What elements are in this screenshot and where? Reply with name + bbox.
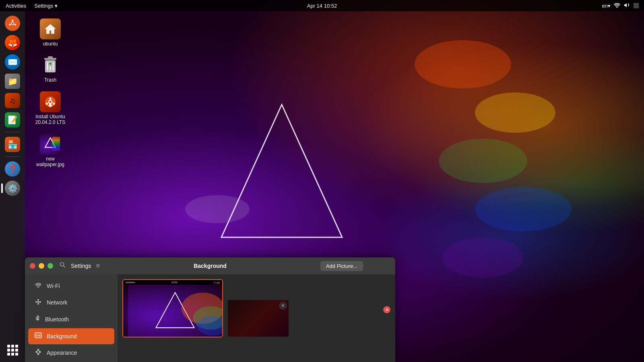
wallpaper-delete-button[interactable]: ✕	[279, 302, 287, 310]
dock-item-firefox[interactable]: 🦊	[4, 34, 21, 51]
svg-rect-33	[37, 299, 39, 300]
dock-item-help[interactable]: ❓	[4, 160, 21, 178]
dock-item-ubuntu[interactable]	[4, 14, 21, 32]
desktop-icons: ubuntu Trash	[32, 16, 68, 170]
topbar-left: Activities Settings ▾	[0, 2, 60, 10]
settings-title-area: Settings ≡	[58, 260, 101, 272]
mini-activities-label: Activities	[126, 281, 135, 284]
svg-rect-17	[48, 56, 53, 58]
add-picture-button[interactable]: Add Picture...	[320, 261, 363, 271]
settings-body: Wi-Fi	[25, 274, 395, 362]
svg-point-25	[53, 103, 55, 105]
desktop-icon-new-wallpaper-label: new wallpaper.jpg	[36, 156, 64, 168]
dock: 🦊 ✉️ 📁 ♫ 📝 🏪 ❓ ⚙️	[0, 11, 25, 362]
svg-point-11	[14, 24, 16, 26]
topbar: Activities Settings ▾ Apr 14 10:52 en▾	[0, 0, 644, 11]
settings-menu-button[interactable]: Settings ▾	[32, 2, 60, 10]
settings-nav-wifi[interactable]: Wi-Fi	[28, 278, 114, 294]
mini-status-icons: ▽◁⊡	[214, 281, 220, 284]
settings-hamburger-button[interactable]: ≡	[95, 261, 101, 271]
bluetooth-nav-icon	[35, 315, 40, 324]
settings-menu-label: Settings	[34, 3, 53, 9]
wifi-status-icon	[614, 2, 620, 9]
svg-rect-43	[35, 333, 41, 338]
settings-nav-bluetooth[interactable]: Bluetooth	[28, 311, 114, 328]
settings-window: Settings ≡ Background Add Picture... ✕	[25, 257, 395, 362]
svg-point-47	[37, 353, 39, 355]
svg-point-31	[60, 263, 64, 266]
settings-page-title: Background	[194, 263, 227, 269]
waffle-icon	[5, 342, 20, 358]
dock-item-thunderbird[interactable]: ✉️	[4, 53, 21, 71]
settings-menu-arrow: ▾	[55, 3, 58, 9]
appearance-nav-icon	[35, 349, 42, 357]
svg-line-14	[10, 24, 11, 24]
settings-content: Activities 10:52 ▽◁⊡	[118, 274, 395, 362]
settings-nav-network-label: Network	[47, 299, 67, 306]
dock-item-rhythmbox[interactable]: ♫	[4, 92, 21, 109]
wallpaper-grid: Activities 10:52 ▽◁⊡	[122, 279, 390, 337]
desktop-icon-ubuntu-home[interactable]: ubuntu	[32, 16, 68, 49]
mini-clock-label: 10:52	[171, 281, 178, 284]
svg-point-44	[36, 351, 38, 353]
svg-point-45	[37, 349, 39, 351]
desktop-icon-trash[interactable]: Trash	[32, 52, 68, 85]
dock-item-show-apps[interactable]	[4, 341, 21, 359]
volume-status-icon	[623, 2, 630, 9]
svg-point-9	[12, 20, 13, 21]
topbar-lang[interactable]: en▾	[602, 3, 611, 9]
dock-item-files[interactable]: 📁	[4, 72, 21, 90]
settings-nav-background[interactable]: Background	[28, 328, 114, 344]
dock-item-settings[interactable]: ⚙️	[4, 179, 21, 197]
wallpaper-thumb-current[interactable]: Activities 10:52 ▽◁⊡	[122, 279, 223, 337]
svg-line-32	[64, 266, 66, 268]
svg-point-23	[50, 97, 52, 99]
settings-nav-appearance[interactable]: Appearance	[28, 345, 114, 361]
desktop-icon-new-wallpaper[interactable]: new wallpaper.jpg	[32, 131, 68, 170]
svg-line-15	[14, 24, 14, 24]
background-nav-icon	[35, 332, 42, 340]
settings-nav-wifi-label: Wi-Fi	[47, 283, 60, 289]
network-nav-icon	[35, 298, 42, 306]
settings-titlebar: Settings ≡ Background Add Picture... ✕	[25, 257, 395, 274]
svg-point-46	[39, 351, 41, 353]
svg-point-10	[9, 24, 10, 26]
battery-status-icon: ⬛	[633, 3, 639, 8]
svg-rect-35	[37, 301, 39, 302]
desktop-icon-install-ubuntu-label: Install Ubuntu 20.04.2.0 LTS	[35, 114, 66, 125]
settings-nav-bluetooth-label: Bluetooth	[45, 316, 69, 323]
dock-item-appstore[interactable]: 🏪	[4, 136, 21, 153]
svg-line-29	[52, 103, 53, 103]
desktop-icon-trash-label: Trash	[44, 77, 56, 83]
trash-icon	[42, 55, 59, 76]
svg-line-28	[48, 103, 49, 103]
dock-item-libreoffice[interactable]: 📝	[4, 111, 21, 129]
settings-nav-appearance-label: Appearance	[47, 350, 77, 356]
window-close-button[interactable]	[30, 263, 35, 269]
desktop-icon-ubuntu-home-label: ubuntu	[43, 41, 58, 47]
activities-button[interactable]: Activities	[3, 2, 29, 10]
svg-rect-37	[37, 303, 39, 304]
topbar-right: en▾ ⬛	[602, 2, 644, 9]
svg-point-24	[46, 103, 48, 105]
settings-nav-background-label: Background	[47, 333, 77, 339]
settings-nav-network[interactable]: Network	[28, 294, 114, 311]
desktop: Activities Settings ▾ Apr 14 10:52 en▾	[0, 0, 644, 362]
window-minimize-button[interactable]	[39, 263, 44, 269]
window-maximize-button[interactable]	[47, 263, 53, 269]
dock-separator-2	[5, 156, 20, 157]
settings-sidebar: Wi-Fi	[25, 274, 118, 362]
wifi-nav-icon	[35, 282, 42, 290]
desktop-icon-install-ubuntu[interactable]: Install Ubuntu 20.04.2.0 LTS	[32, 89, 68, 128]
topbar-clock: Apr 14 10:52	[307, 3, 337, 9]
settings-app-title: Settings	[71, 263, 91, 269]
settings-search-button[interactable]	[58, 260, 68, 272]
window-close-button-right[interactable]: ✕	[383, 306, 390, 313]
wallpaper-thumb-2[interactable]: ✕	[227, 299, 289, 337]
dock-separator-1	[5, 132, 20, 132]
